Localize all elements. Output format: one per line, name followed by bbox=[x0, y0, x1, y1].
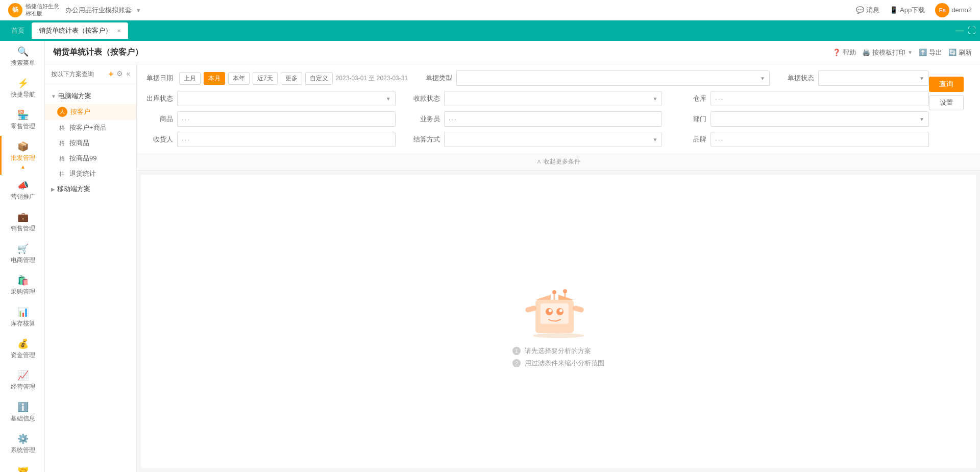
user-menu[interactable]: Ea demo2 bbox=[935, 3, 972, 17]
sidebar-item-wholesale[interactable]: 📦 批发管理 ▲ bbox=[0, 136, 44, 175]
tree-child-by-goods99[interactable]: 格 按商品99 bbox=[45, 151, 136, 166]
department-select[interactable]: ▼ bbox=[710, 111, 929, 127]
settlement-select[interactable]: ▼ bbox=[444, 132, 663, 147]
tree-parent-pc[interactable]: ▼ 电脑端方案 bbox=[45, 88, 136, 104]
collapse-panel-icon[interactable]: « bbox=[126, 69, 130, 79]
date-btn-last-month[interactable]: 上月 bbox=[179, 72, 201, 85]
download-icon: 📱 bbox=[890, 6, 898, 14]
sidebar-item-inventory[interactable]: 📊 库存核算 bbox=[0, 301, 44, 333]
doc-status-select[interactable]: ▼ bbox=[818, 70, 929, 86]
tab-bar-actions: — ⛶ bbox=[955, 26, 976, 35]
refresh-button[interactable]: 🔄 刷新 bbox=[948, 48, 972, 57]
query-button[interactable]: 查询 bbox=[929, 77, 964, 92]
marketing-icon: 📣 bbox=[17, 180, 29, 191]
page-actions: ❓ 帮助 🖨️ 按模板打印 ▼ ⬆️ 导出 🔄 刷新 bbox=[832, 48, 972, 57]
brand-label: 品牌 bbox=[678, 135, 706, 144]
sidebar: 🔍 搜索菜单 ⚡ 快捷导航 🏪 零售管理 📦 批发管理 ▲ 📣 营销推广 💼 销… bbox=[0, 41, 45, 472]
tab-bar: 首页 销货单统计表（按客户） ✕ — ⛶ bbox=[0, 20, 980, 41]
print-button[interactable]: 🖨️ 按模板打印 ▼ bbox=[862, 48, 913, 57]
filter-row-4: 收货人 ··· 结算方式 ▼ bbox=[145, 132, 929, 147]
salesperson-select[interactable]: ··· bbox=[444, 111, 663, 127]
tree-child-by-goods[interactable]: 格 按商品 bbox=[45, 135, 136, 151]
help-button[interactable]: ❓ 帮助 bbox=[832, 48, 856, 57]
enterprise-icon: 🤝 bbox=[17, 465, 29, 472]
top-bar-left: 畅 畅捷信好生意 标准版 办公用品行业模拟账套 ▼ bbox=[8, 3, 141, 17]
minimize-icon[interactable]: — bbox=[955, 26, 964, 35]
customer-goods-icon: 格 bbox=[57, 123, 66, 132]
department-label: 部门 bbox=[678, 114, 706, 124]
sidebar-item-retail[interactable]: 🏪 零售管理 bbox=[0, 104, 44, 136]
sidebar-item-search[interactable]: 🔍 搜索菜单 bbox=[0, 41, 44, 73]
logo-text: 畅捷信好生意 标准版 bbox=[26, 3, 59, 16]
export-button[interactable]: ⬆️ 导出 bbox=[919, 48, 942, 57]
date-range: 2023-03-01 至 2023-03-31 bbox=[336, 74, 408, 83]
svg-point-6 bbox=[559, 309, 562, 312]
search-icon: 🔍 bbox=[17, 46, 29, 57]
app-download-button[interactable]: 📱 App下载 bbox=[890, 6, 925, 15]
date-btn-more[interactable]: 更多 bbox=[281, 72, 302, 85]
sidebar-item-marketing[interactable]: 📣 营销推广 bbox=[0, 175, 44, 206]
sidebar-item-sales[interactable]: 💼 销售管理 bbox=[0, 206, 44, 238]
consignee-select[interactable]: ··· bbox=[177, 132, 396, 147]
empty-hint-2: 2 用过滤条件来缩小分析范围 bbox=[512, 359, 604, 368]
logo-area: 畅 畅捷信好生意 标准版 bbox=[8, 3, 59, 17]
sidebar-item-basic[interactable]: ℹ️ 基础信息 bbox=[0, 396, 44, 428]
page-layout: 按以下方案查询 + ⚙ « ▼ 电脑端方案 人 按客户 bbox=[45, 64, 980, 472]
settlement-arrow-icon: ▼ bbox=[652, 137, 657, 143]
doc-type-select[interactable]: ▼ bbox=[456, 70, 770, 86]
department-arrow-icon: ▼ bbox=[919, 116, 924, 122]
refresh-icon: 🔄 bbox=[948, 49, 957, 56]
title-dropdown-icon[interactable]: ▼ bbox=[136, 7, 141, 13]
out-status-select[interactable]: ▼ bbox=[177, 91, 396, 106]
collapse-bar[interactable]: ∧ 收起更多条件 bbox=[137, 153, 980, 171]
sidebar-item-finance[interactable]: 💰 资金管理 bbox=[0, 333, 44, 365]
print-dropdown-icon: ▼ bbox=[908, 50, 913, 55]
tree-collapse-icon: ▼ bbox=[51, 93, 56, 99]
tab-close-icon[interactable]: ✕ bbox=[117, 28, 121, 34]
collect-status-label: 收款状态 bbox=[412, 94, 440, 103]
empty-text: 1 请先选择要分析的方案 2 用过滤条件来缩小分析范围 bbox=[512, 346, 604, 371]
tree-child-return-stats[interactable]: 柱 退货统计 bbox=[45, 166, 136, 181]
tab-report[interactable]: 销货单统计表（按客户） ✕ bbox=[32, 22, 128, 39]
doc-type-label: 单据类型 bbox=[424, 74, 452, 83]
tree-parent-mobile[interactable]: ▶ 移动端方案 bbox=[45, 181, 136, 197]
warehouse-select[interactable]: ··· bbox=[710, 91, 929, 106]
tab-home[interactable]: 首页 bbox=[4, 22, 32, 39]
sidebar-item-purchase[interactable]: 🛍️ 采购管理 bbox=[0, 270, 44, 301]
customer-scheme-icon: 人 bbox=[57, 107, 67, 117]
add-scheme-icon[interactable]: + bbox=[109, 69, 113, 79]
left-panel-icons: + ⚙ « bbox=[109, 69, 130, 79]
svg-point-12 bbox=[563, 289, 567, 293]
tree-child-customer-goods[interactable]: 格 按客户+商品 bbox=[45, 120, 136, 135]
maximize-icon[interactable]: ⛶ bbox=[968, 26, 976, 35]
sidebar-item-operations[interactable]: 📈 经营管理 bbox=[0, 365, 44, 396]
settings-button[interactable]: 设置 bbox=[929, 95, 964, 110]
sidebar-item-quicknav[interactable]: ⚡ 快捷导航 bbox=[0, 73, 44, 104]
date-btn-7days[interactable]: 近7天 bbox=[253, 72, 278, 85]
tree-child-by-customer[interactable]: 人 按客户 bbox=[45, 104, 136, 120]
top-bar-right: 💬 消息 📱 App下载 Ea demo2 bbox=[856, 3, 972, 17]
date-btn-custom[interactable]: 自定义 bbox=[305, 72, 333, 85]
message-button[interactable]: 💬 消息 bbox=[856, 6, 879, 15]
sidebar-item-system[interactable]: ⚙️ 系统管理 bbox=[0, 428, 44, 460]
filter-row-2: 出库状态 ▼ 收款状态 bbox=[145, 91, 929, 106]
app-title[interactable]: 办公用品行业模拟账套 ▼ bbox=[65, 6, 141, 15]
warehouse-label: 仓库 bbox=[678, 94, 706, 103]
date-btn-this-month[interactable]: 本月 bbox=[204, 72, 225, 85]
doc-status-label: 单据状态 bbox=[786, 74, 814, 83]
finance-icon: 💰 bbox=[17, 338, 29, 349]
doc-type-arrow-icon: ▼ bbox=[760, 76, 765, 81]
brand-select[interactable]: ··· bbox=[710, 132, 929, 147]
inventory-icon: 📊 bbox=[17, 306, 29, 318]
settings-scheme-icon[interactable]: ⚙ bbox=[116, 69, 123, 79]
date-btn-this-year[interactable]: 本年 bbox=[228, 72, 250, 85]
sidebar-item-enterprise[interactable]: 🤝 企业协同 bbox=[0, 460, 44, 472]
collect-status-select[interactable]: ▼ bbox=[444, 91, 663, 106]
page-header: 销货单统计表（按客户） ❓ 帮助 🖨️ 按模板打印 ▼ ⬆️ 导出 🔄 刷新 bbox=[45, 41, 980, 64]
goods-select[interactable]: ··· bbox=[177, 111, 396, 127]
hint-num-2: 2 bbox=[512, 359, 521, 367]
system-icon: ⚙️ bbox=[17, 433, 29, 444]
sales-icon: 💼 bbox=[17, 211, 29, 223]
svg-rect-7 bbox=[525, 305, 537, 313]
sidebar-item-ecommerce[interactable]: 🛒 电商管理 bbox=[0, 238, 44, 270]
